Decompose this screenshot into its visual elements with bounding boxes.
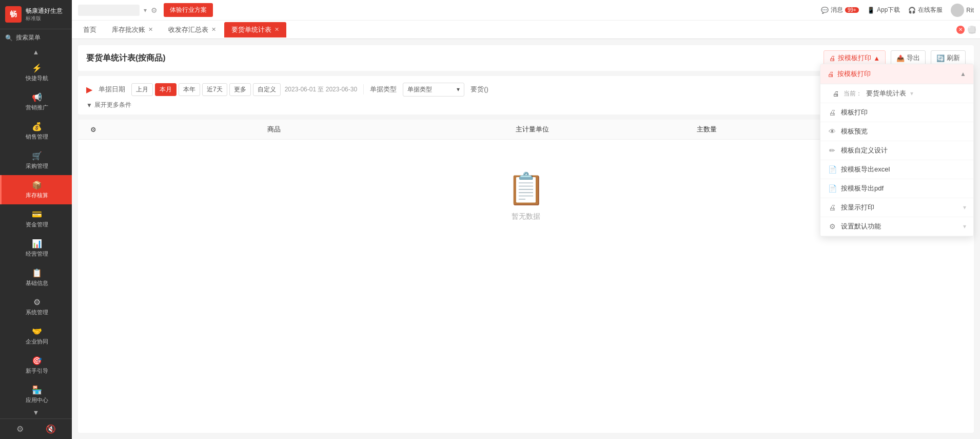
- operations-icon: 📊: [32, 239, 42, 249]
- sidebar-item-purchase[interactable]: 🛒 采购管理: [0, 146, 72, 175]
- topbar: ▾ ⚙ 体验行业方案 💬 消息 99+ 📱 App下载 🎧 在线客服 Rit: [72, 0, 980, 21]
- dropdown-template-print[interactable]: 🖨 模板打印: [820, 103, 973, 122]
- quick-nav-icon: ⚡: [32, 63, 42, 73]
- dropdown-header-left: 🖨 按模板打印: [828, 69, 871, 79]
- date-range-display: 2023-06-01 至 2023-06-30: [285, 85, 357, 94]
- messages-icon: 💬: [821, 7, 829, 14]
- print-icon: 🖨: [829, 54, 836, 62]
- user-avatar-area[interactable]: Rit: [951, 4, 974, 17]
- table-col-settings[interactable]: ⚙: [83, 121, 104, 139]
- tabs-bar: 首页 库存批次账 ✕ 收发存汇总表 ✕ 要货单统计表 ✕ ✕ ⬜: [72, 21, 980, 39]
- tab-receipt-summary-label: 收发存汇总表: [168, 25, 208, 34]
- empty-illustration: 📋: [507, 170, 545, 207]
- sidebar-item-label: 采购管理: [26, 162, 48, 170]
- dropdown-template-excel[interactable]: 📄 按模板导出excel: [820, 160, 973, 179]
- table-settings-icon[interactable]: ⚙: [90, 126, 96, 133]
- sidebar-nav: ⚡ 快捷导航 📢 营销推广 💰 销售管理 🛒 采购管理 📦 库存核算 💳 资金管…: [0, 58, 72, 407]
- type-filter-select[interactable]: 单据类型 ▾: [403, 83, 464, 97]
- dropdown-current-label: 当前：: [844, 89, 862, 98]
- topbar-gear-icon[interactable]: ⚙: [151, 6, 158, 14]
- search-menu-item[interactable]: 🔍 搜索菜单: [0, 29, 72, 46]
- date-btn-7days[interactable]: 近7天: [202, 83, 227, 96]
- window-controls: ✕ ⬜: [956, 26, 976, 34]
- messages-badge: 99+: [845, 7, 859, 13]
- sidebar-item-guide[interactable]: 🎯 新手引导: [0, 351, 72, 380]
- page-title: 要货单统计表(按商品): [86, 53, 166, 64]
- sidebar-item-inventory[interactable]: 📦 库存核算: [0, 175, 72, 204]
- logo-icon: 畅: [5, 6, 22, 23]
- tab-batch-account-label: 库存批次账: [112, 25, 145, 34]
- dropdown-template-preview[interactable]: 👁 模板预览: [820, 122, 973, 141]
- tab-receipt-summary[interactable]: 收发存汇总表 ✕: [161, 22, 223, 37]
- dropdown-set-default[interactable]: ⚙ 设置默认功能 ▾: [820, 217, 973, 236]
- date-btn-this-year[interactable]: 本年: [179, 83, 200, 96]
- sidebar-item-label: 企业协同: [26, 338, 48, 346]
- sidebar-item-basic[interactable]: 📋 基础信息: [0, 263, 72, 292]
- sidebar-item-appstore[interactable]: 🏪 应用中心: [0, 380, 72, 407]
- sidebar-item-quick-nav[interactable]: ⚡ 快捷导航: [0, 58, 72, 87]
- logo-badge: 标准版: [26, 15, 63, 22]
- sidebar-item-system[interactable]: ⚙ 系统管理: [0, 292, 72, 321]
- filter-divider: [363, 84, 364, 94]
- window-close-btn[interactable]: ✕: [956, 26, 965, 34]
- inventory-icon: 📦: [32, 180, 42, 190]
- table-col-goods: 商品: [104, 120, 445, 139]
- user-name: Rit: [966, 7, 974, 14]
- search-menu-label: 搜索菜单: [16, 33, 41, 42]
- filter-expand-icon[interactable]: ▶: [86, 85, 92, 94]
- marketing-icon: 📢: [32, 92, 42, 102]
- date-btn-this-month[interactable]: 本月: [155, 83, 177, 96]
- logo-text: 畅康通好生意: [26, 7, 63, 15]
- template-excel-label: 按模板导出excel: [841, 165, 966, 174]
- dropdown-header: 🖨 按模板打印 ▲: [820, 64, 973, 84]
- trial-btn[interactable]: 体验行业方案: [164, 3, 213, 17]
- dropdown-current-item[interactable]: 🖨 当前： 要货单统计表 ▾: [820, 84, 973, 103]
- tab-order-stats-close[interactable]: ✕: [275, 26, 279, 33]
- app-download-icon: 📱: [867, 7, 875, 14]
- sidebar-bottom: ⚙ 🔇: [0, 418, 72, 439]
- type-filter-label: 单据类型: [370, 85, 397, 94]
- date-btn-last-month[interactable]: 上月: [131, 83, 153, 96]
- scroll-down-btn[interactable]: ▼: [0, 407, 72, 418]
- system-icon: ⚙: [33, 297, 41, 307]
- topbar-right: 💬 消息 99+ 📱 App下载 🎧 在线客服 Rit: [821, 4, 974, 17]
- tab-order-stats[interactable]: 要货单统计表 ✕: [224, 22, 286, 37]
- sidebar-item-label: 销售管理: [26, 133, 48, 141]
- tab-batch-account-close[interactable]: ✕: [148, 26, 153, 33]
- dropdown-collapse-btn[interactable]: ▲: [960, 70, 966, 78]
- display-print-arrow: ▾: [963, 204, 966, 211]
- tab-receipt-summary-close[interactable]: ✕: [211, 26, 216, 33]
- date-btn-custom[interactable]: 自定义: [253, 83, 281, 96]
- display-print-icon: 🖨: [828, 203, 837, 212]
- scroll-up-btn[interactable]: ▲: [0, 46, 72, 58]
- sidebar-item-marketing[interactable]: 📢 营销推广: [0, 87, 72, 117]
- main-area: ▾ ⚙ 体验行业方案 💬 消息 99+ 📱 App下载 🎧 在线客服 Rit: [72, 0, 980, 439]
- tab-batch-account[interactable]: 库存批次账 ✕: [105, 22, 160, 37]
- audio-bottom-icon[interactable]: 🔇: [46, 424, 56, 434]
- sidebar-item-operations[interactable]: 📊 经营管理: [0, 234, 72, 263]
- table-col-qty: 主数量: [619, 120, 794, 139]
- basic-icon: 📋: [32, 268, 42, 278]
- sidebar-item-enterprise[interactable]: 🤝 企业协同: [0, 321, 72, 351]
- sidebar-item-sales[interactable]: 💰 销售管理: [0, 117, 72, 146]
- dropdown-template-design[interactable]: ✏ 模板自定义设计: [820, 141, 973, 160]
- template-pdf-icon: 📄: [828, 184, 837, 193]
- sidebar-item-label: 库存核算: [26, 192, 48, 199]
- messages-btn[interactable]: 💬 消息 99+: [821, 6, 859, 14]
- tab-home[interactable]: 首页: [76, 22, 104, 37]
- sidebar-item-finance[interactable]: 💳 资金管理: [0, 204, 72, 234]
- export-label: 导出: [907, 53, 920, 63]
- sidebar: 畅 畅康通好生意 标准版 🔍 搜索菜单 ▲ ⚡ 快捷导航 📢 营销推广 💰 销售…: [0, 0, 72, 439]
- topbar-search-input[interactable]: [78, 5, 140, 16]
- dropdown-display-print[interactable]: 🖨 按显示打印 ▾: [820, 198, 973, 217]
- date-btn-more[interactable]: 更多: [229, 83, 251, 96]
- sidebar-item-label: 资金管理: [26, 221, 48, 228]
- appstore-icon: 🏪: [32, 385, 42, 395]
- app-download-btn[interactable]: 📱 App下载: [867, 6, 900, 14]
- online-service-btn[interactable]: 🎧 在线客服: [908, 6, 943, 14]
- window-max-btn[interactable]: ⬜: [968, 26, 976, 34]
- settings-bottom-icon[interactable]: ⚙: [16, 424, 24, 434]
- dropdown-template-pdf[interactable]: 📄 按模板导出pdf: [820, 179, 973, 198]
- purchase-icon: 🛒: [32, 151, 42, 161]
- topbar-dropdown-btn[interactable]: ▾: [144, 7, 147, 14]
